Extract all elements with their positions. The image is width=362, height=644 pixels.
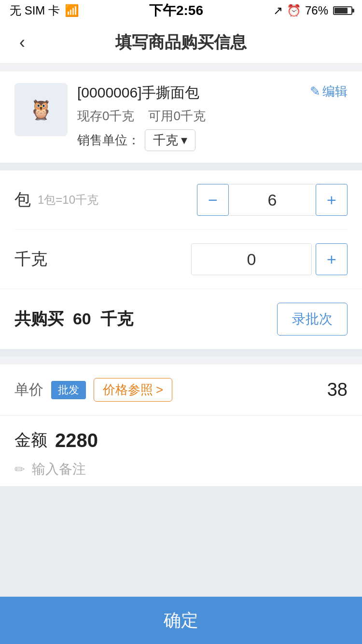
amount-section: 金额 2280 ✏ 输入备注: [0, 415, 362, 486]
battery-text: 76%: [305, 4, 328, 17]
battery-fill: [334, 8, 348, 14]
quantity-controls-kg: +: [191, 243, 348, 275]
total-text: 共购买 60 千克: [14, 308, 133, 330]
qty-input-kg[interactable]: [191, 243, 312, 275]
nav-bar: ‹ 填写商品购买信息: [0, 21, 362, 64]
amount-label: 金额: [14, 429, 47, 451]
remark-row[interactable]: ✏ 输入备注: [14, 460, 348, 478]
price-ref-arrow: >: [156, 382, 163, 397]
unit-value: 千克: [153, 132, 178, 149]
section-divider-1: [0, 163, 362, 170]
amount-value: 2280: [55, 430, 98, 451]
back-button[interactable]: ‹: [14, 28, 30, 57]
section-divider-2: [0, 349, 362, 357]
status-right: ↗ ⏰ 76%: [273, 4, 352, 17]
edit-button[interactable]: ✎ 编辑: [310, 83, 348, 100]
total-amount: 60: [73, 309, 91, 328]
price-row: 单价 批发 价格参照 > 38: [14, 378, 348, 402]
page-title: 填写商品购买信息: [115, 31, 247, 54]
quantity-row-kg: 千克 +: [14, 230, 348, 289]
battery-bar: [333, 6, 352, 15]
product-info: [0000006]手撕面包 ✎ 编辑 现存0千克 可用0千克 销售单位： 千克 …: [77, 83, 348, 151]
unit-select[interactable]: 千克 ▾: [145, 129, 195, 151]
status-bar: 无 SIM 卡 📶 下午2:56 ↗ ⏰ 76%: [0, 0, 362, 21]
remark-placeholder: 输入备注: [32, 460, 86, 478]
price-ref-label: 价格参照: [103, 381, 153, 398]
product-thumb-icon: 🦉: [29, 98, 53, 121]
status-left: 无 SIM 卡 📶: [10, 3, 79, 18]
total-prefix: 共购买: [14, 309, 64, 328]
amount-row: 金额 2280: [14, 429, 348, 451]
quantity-row-bao: 包 1包=10千克 − +: [14, 170, 348, 230]
quantity-controls-bao: − +: [197, 184, 348, 216]
quantity-section: 包 1包=10千克 − + 千克 +: [0, 170, 362, 289]
edit-icon: ✎: [310, 84, 320, 99]
location-icon: ↗: [273, 4, 283, 17]
price-ref-button[interactable]: 价格参照 >: [94, 378, 172, 402]
status-time: 下午2:56: [149, 1, 203, 20]
alarm-icon: ⏰: [287, 4, 301, 17]
qty-input-bao[interactable]: [229, 184, 316, 216]
edit-label: 编辑: [322, 83, 348, 100]
unit-dropdown-icon: ▾: [181, 133, 187, 148]
qty-label-bao: 包: [14, 189, 31, 211]
price-section: 单价 批发 价格参照 > 38: [0, 364, 362, 415]
total-unit: 千克: [100, 309, 133, 328]
price-label: 单价: [14, 380, 43, 400]
available-text: 可用0千克: [148, 109, 205, 123]
pencil-icon: ✏: [14, 462, 25, 477]
qty-plus-kg-button[interactable]: +: [316, 243, 348, 275]
batch-button[interactable]: 录批次: [277, 303, 348, 336]
qty-minus-button[interactable]: −: [197, 184, 229, 216]
product-name: [0000006]手撕面包: [77, 83, 199, 103]
qty-label-kg: 千克: [14, 248, 47, 270]
stock-text: 现存0千克: [77, 109, 134, 123]
unit-label: 销售单位：: [77, 132, 140, 149]
carrier-text: 无 SIM 卡: [10, 3, 60, 18]
wifi-icon: 📶: [65, 4, 79, 17]
price-value: 38: [327, 379, 348, 400]
product-thumbnail: 🦉: [14, 83, 68, 136]
price-tag: 批发: [51, 381, 86, 399]
product-card: 🦉 [0000006]手撕面包 ✎ 编辑 现存0千克 可用0千克 销售单位： 千…: [0, 71, 362, 163]
qty-hint-bao: 1包=10千克: [38, 192, 98, 208]
product-stock: 现存0千克 可用0千克: [77, 108, 348, 125]
confirm-button[interactable]: 确定: [0, 597, 362, 644]
qty-plus-button[interactable]: +: [316, 184, 348, 216]
total-section: 共购买 60 千克 录批次: [0, 289, 362, 349]
product-unit-row: 销售单位： 千克 ▾: [77, 129, 348, 151]
